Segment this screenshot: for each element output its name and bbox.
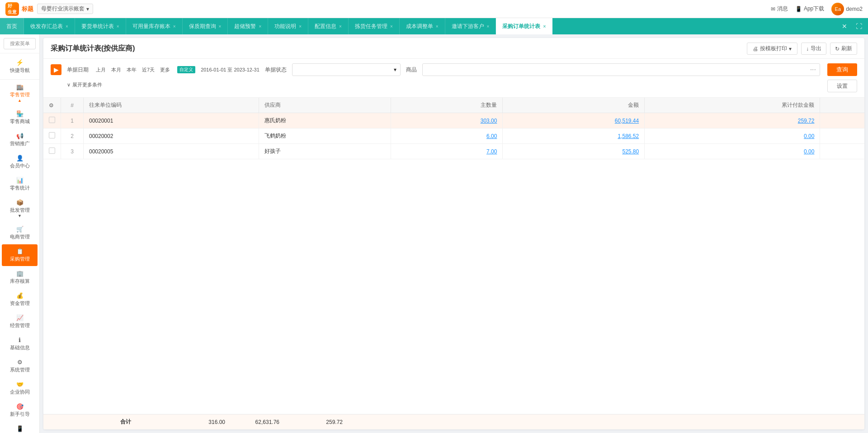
print-dropdown-icon: ▾ [789,46,792,52]
td-paid-amount-2: 0.00 [645,128,820,144]
system-mgmt-label: 系统管理 [10,366,30,373]
refresh-icon: ↻ [835,46,840,52]
tab-receive-summary-label: 收发存汇总表 [30,23,63,30]
tab-shelf-life-close[interactable]: × [219,24,222,29]
query-btn[interactable]: 查询 [827,63,857,76]
tab-maximize-btn[interactable]: ⛶ [854,21,864,32]
tab-invite-downstream[interactable]: 邀请下游客户 × [445,18,496,34]
tab-cost-adjust[interactable]: 成本调整单 × [400,18,445,34]
tab-close-all-btn[interactable]: ✕ [839,21,850,32]
new-guide-label: 新手引导 [10,411,30,418]
goods-input[interactable]: ··· [422,63,820,76]
status-label: 单据状态 [265,66,287,74]
sidebar-item-retail-mgmt[interactable]: 🏬 零售管理 ▲ [2,80,38,106]
sidebar-item-finance-mgmt[interactable]: 💰 资金管理 [2,289,38,310]
amount-link-3[interactable]: 525.80 [622,148,639,155]
table-container: ⚙ # 往来单位编码 供应商 主数量 金额 累计付款金额 [43,98,864,414]
column-settings-icon[interactable]: ⚙ [49,102,54,109]
tab-function-desc[interactable]: 功能说明 × [268,18,308,34]
tab-purchase-stats[interactable]: 采购订单统计表 × [496,18,552,34]
table-header-row: ⚙ # 往来单位编码 供应商 主数量 金额 累计付款金额 [43,98,864,113]
tab-pick-task-close[interactable]: × [390,24,393,29]
tab-shelf-life[interactable]: 保质期查询 × [183,18,228,34]
date-shortcut-last-month[interactable]: 上月 [94,66,108,74]
app-center-icon: 📱 [16,425,24,432]
date-tag: 自定义 [177,66,195,73]
goods-search-icon[interactable]: ··· [810,66,816,74]
tab-overstock[interactable]: 超储预警 × [228,18,268,34]
sidebar-item-enterprise-collab[interactable]: 🤝 企业协同 [2,377,38,399]
sidebar-item-retail-stats[interactable]: 📊 零售统计 [2,173,38,195]
sidebar-item-member-center[interactable]: 👤 会员中心 [2,151,38,173]
th-paid-amount: 累计付款金额 [645,98,820,113]
refresh-btn[interactable]: ↻ 刷新 [830,43,857,55]
user-area[interactable]: Ea demo2 [831,3,863,15]
goods-label: 商品 [406,66,417,74]
sidebar-item-ecommerce-mgmt[interactable]: 🛒 电商管理 [2,222,38,244]
td-partner-code-1: 00020001 [84,113,259,128]
sidebar-item-stock-check[interactable]: 🏢 库存核算 [2,266,38,288]
message-btn[interactable]: ✉ 消息 [771,5,788,13]
sidebar-item-purchase-mgmt[interactable]: 📋 采购管理 [2,244,38,266]
footer-paid-amount: 259.72 [279,419,343,425]
tab-overstock-close[interactable]: × [259,24,261,29]
checkbox-2[interactable] [49,132,55,138]
wholesale-mgmt-icon: 📦 [16,199,24,206]
tab-receive-summary[interactable]: 收发存汇总表 × [24,18,75,34]
sidebar-item-quick-nav[interactable]: ⚡ 快捷导航 [2,56,38,76]
sidebar-item-operations-mgmt[interactable]: 📈 经营管理 [2,311,38,333]
date-label: 单据日期 [67,66,89,74]
expand-more-btn[interactable]: ∨ 展开更多条件 [67,80,102,90]
sidebar-item-new-guide[interactable]: 🎯 新手引导 [2,400,38,421]
checkbox-3[interactable] [49,148,55,154]
date-shortcut-this-year[interactable]: 本年 [125,66,138,74]
member-center-icon: 👤 [16,155,24,162]
tab-goods-stats-close[interactable]: × [117,24,119,29]
tab-function-desc-close[interactable]: × [299,24,302,29]
paid-amount-link-2[interactable]: 0.00 [804,133,814,139]
sidebar-item-retail-shop[interactable]: 🏪 零售商城 [2,107,38,128]
top-bar: 好生意 标题 母婴行业演示账套 ▾ ✉ 消息 📱 App下载 Ea demo2 [0,0,868,18]
status-select[interactable]: ▾ [292,63,401,76]
tab-receive-summary-close[interactable]: × [66,24,68,29]
workspace-selector[interactable]: 母婴行业演示账套 ▾ [37,4,93,14]
wholesale-mgmt-arrow: ▼ [18,214,22,218]
sidebar-item-app-center[interactable]: 📱 应用中心 [2,422,38,433]
tab-home[interactable]: 首页 [0,18,24,34]
tab-available-stock[interactable]: 可用量库存账本 × [126,18,183,34]
paid-amount-link-1[interactable]: 259.72 [798,118,815,124]
paid-amount-link-3[interactable]: 0.00 [804,148,814,155]
enterprise-collab-icon: 🤝 [16,381,24,388]
main-qty-link-3[interactable]: 7.00 [486,148,497,155]
tab-config-info-close[interactable]: × [339,24,342,29]
tab-purchase-stats-close[interactable]: × [543,24,546,29]
app-download-btn[interactable]: 📱 App下载 [795,5,824,13]
export-btn[interactable]: ↓ 导出 [801,43,826,55]
date-shortcut-7days[interactable]: 近7天 [140,66,156,74]
tab-config-info[interactable]: 配置信息 × [308,18,349,34]
sidebar-item-wholesale-mgmt[interactable]: 📦 批发管理 ▼ [2,195,38,222]
tab-available-stock-close[interactable]: × [173,24,176,29]
retail-mgmt-label: 零售管理 [10,91,30,98]
main-qty-link-1[interactable]: 303.00 [481,118,497,124]
amount-link-2[interactable]: 1,586.52 [618,133,639,139]
sidebar-item-basic-info[interactable]: ℹ 基础信息 [2,333,38,355]
sidebar-item-marketing[interactable]: 📢 营销推广 [2,129,38,151]
tab-goods-stats[interactable]: 要货单统计表 × [75,18,126,34]
expand-label: 展开更多条件 [72,81,102,88]
print-btn[interactable]: 🖨 按模板打印 ▾ [747,43,797,55]
table-row: 2 00020002 飞鹤奶粉 6.00 1,586.52 0.00 [43,128,864,144]
checkbox-1[interactable] [49,117,55,123]
filter-toggle-btn[interactable]: ▶ [51,64,61,75]
tab-cost-adjust-close[interactable]: × [436,24,439,29]
filter-row-expand: ∨ 展开更多条件 [51,80,820,90]
search-menu-btn[interactable]: 搜索英单 [4,38,36,49]
settings-btn[interactable]: 设置 [827,80,857,92]
date-shortcut-more[interactable]: 更多 [158,66,172,74]
tab-invite-downstream-close[interactable]: × [487,24,490,29]
amount-link-1[interactable]: 60,519.44 [615,118,639,124]
sidebar-item-system-mgmt[interactable]: ⚙ 系统管理 [2,355,38,377]
date-shortcut-this-month[interactable]: 本月 [109,66,123,74]
tab-pick-task[interactable]: 拣货任务管理 × [349,18,400,34]
main-qty-link-2[interactable]: 6.00 [486,133,497,139]
